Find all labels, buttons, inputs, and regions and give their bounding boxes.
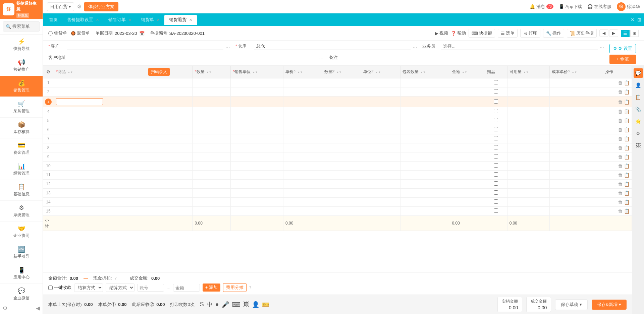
gift-checkbox[interactable] [494,99,498,104]
customer-dots[interactable]: ... [225,43,230,49]
address-input[interactable] [68,54,317,61]
history-button[interactable]: 📜 历史单据 [567,29,597,38]
copy-row-icon[interactable]: 📋 [624,118,630,123]
bank-account-input[interactable] [137,284,164,292]
copy-row-icon[interactable]: 📋 [624,80,630,85]
copy-row-icon[interactable]: 📋 [624,181,630,187]
price-help-icon[interactable]: ? [293,70,296,74]
right-panel-chat[interactable]: 💬 [634,68,643,78]
calendar-icon[interactable]: 📅 [139,31,145,36]
tab-sales-order[interactable]: 销售订单 ✕ [104,15,136,25]
delete-row-icon[interactable]: 🗑 [618,199,623,205]
sidebar-item-finance[interactable]: 💳 资金管理 [0,138,43,159]
equals-icon[interactable]: = [122,276,125,281]
gift-checkbox[interactable] [494,89,498,93]
right-panel-image[interactable]: 🖼 [634,141,643,150]
copy-row-icon[interactable]: 📋 [624,145,630,150]
delete-row-icon[interactable]: 🗑 [618,80,623,85]
tool5-icon[interactable]: 🖼 [243,301,249,308]
one-click-payment-checkbox[interactable]: 一键收款 [48,285,71,291]
warehouse-dots[interactable]: ... [413,43,417,49]
gift-checkbox[interactable] [494,109,498,113]
online-service-area[interactable]: 🎧 在线客服 [587,4,611,10]
copy-row-icon[interactable]: 📋 [624,172,630,178]
tool3-icon[interactable]: 🎤 [222,301,229,308]
copy-row-icon[interactable]: 📋 [624,99,630,105]
tool2-icon[interactable]: ● [215,301,219,308]
sidebar-item-enterprise[interactable]: 🤝 企业协同 [0,222,43,242]
add-row-button[interactable]: + [45,99,52,105]
tool6-icon[interactable]: 👤 [252,301,259,308]
search-menu-button[interactable]: 🔍 搜索菜单 [3,21,40,32]
cost-price-help-icon[interactable]: ? [568,70,570,74]
copy-row-icon[interactable]: 📋 [624,199,630,205]
gear-icon[interactable]: ⚙ [46,69,50,74]
prev-doc-button[interactable]: ◀ [599,29,608,37]
delete-row-icon[interactable]: 🗑 [618,172,623,178]
tool1-icon[interactable]: 中 [207,301,213,309]
fee-help-icon[interactable]: ? [249,286,251,290]
tab-price-settings[interactable]: 售价提取设置 ✕ [62,15,104,25]
scan-button[interactable]: 扫码录入 [148,68,170,76]
sidebar-item-apps[interactable]: 📱 应用中心 [0,263,43,284]
gift-checkbox[interactable] [494,190,498,195]
bank-dots[interactable]: ... [167,285,170,290]
fee-split-button[interactable]: 费用分摊 [223,283,247,292]
industry-select[interactable]: 日用百货 ▾ [47,2,74,11]
delete-row-icon[interactable]: 🗑 [618,181,623,187]
print-button[interactable]: 🖨 打印 [520,29,540,38]
gift-checkbox[interactable] [494,136,498,140]
copy-row-icon[interactable]: 📋 [624,163,630,169]
help-btn[interactable]: ❓ 帮助 [451,30,466,36]
customer-input[interactable] [67,43,223,50]
right-panel-user[interactable]: 👤 [634,80,643,90]
logistics-button[interactable]: + 物流 [609,55,636,64]
delete-row-icon[interactable]: 🗑 [618,136,623,141]
copy-row-icon[interactable]: 📋 [624,109,630,114]
sidebar-item-sales[interactable]: 💰 销售管理 [0,76,43,97]
sidebar-item-marketing[interactable]: 📢 营销推广 [0,55,43,76]
copy-row-icon[interactable]: 📋 [624,136,630,141]
copy-row-icon[interactable]: 📋 [624,154,630,160]
gift-checkbox[interactable] [494,172,498,177]
tool4-icon[interactable]: ⌨ [232,301,240,308]
topbar-settings-icon[interactable]: ⚙ [77,3,82,10]
right-panel-doc[interactable]: 📋 [634,92,643,102]
sale-doc-radio[interactable]: 销货单 [48,30,67,36]
one-click-checkbox-input[interactable] [48,286,53,290]
gift-checkbox[interactable] [494,154,498,159]
sidebar-settings-button[interactable]: ⚙ [3,305,7,311]
app-download-area[interactable]: 📱 App下载 [559,4,582,10]
tool7-icon[interactable]: 🎫 [262,301,269,308]
gift-checkbox[interactable] [494,163,498,168]
close-window-button[interactable]: ✕ [631,17,635,22]
return-radio-input[interactable] [71,31,75,36]
close-tab-sales-return[interactable]: ✕ [189,18,192,22]
sidebar-item-operations[interactable]: 📊 经营管理 [0,159,43,180]
gift-checkbox[interactable] [494,145,498,149]
delete-row-icon[interactable]: 🗑 [618,99,623,105]
sidebar-item-system[interactable]: ⚙ 系统管理 [0,201,43,222]
right-panel-settings[interactable]: ⚙ [634,129,643,138]
operate-button[interactable]: 🔧 操作 [543,29,564,38]
gift-checkbox[interactable] [494,208,498,213]
right-panel-attach[interactable]: 📎 [634,105,643,114]
delete-row-icon[interactable]: 🗑 [618,145,623,150]
delete-row-icon[interactable]: 🗑 [618,190,623,196]
settlement-method-select[interactable]: 结算方式 [74,284,103,292]
sidebar-item-quicknav[interactable]: ⚡ 快捷导航 [0,35,43,55]
sidebar-item-inventory[interactable]: 📦 库存核算 [0,118,43,138]
form-settings-button[interactable]: ⚙ ⚙ 设置 [609,44,636,53]
return-doc-radio[interactable]: 退货单 [71,30,90,36]
copy-row-icon[interactable]: 📋 [624,89,630,95]
sale-radio-input[interactable] [48,31,53,36]
gift-checkbox[interactable] [494,181,498,186]
list-view-button[interactable]: ☰ [621,30,630,37]
calc-method-select[interactable]: 结算方式 [106,284,135,292]
select-doc-button[interactable]: ☰ 选单 [498,29,518,38]
sidebar-item-basics[interactable]: 📋 基础信息 [0,180,43,201]
delete-row-icon[interactable]: 🗑 [618,127,623,132]
user-area[interactable]: 徐 徐泽华 [617,2,640,11]
delete-row-icon[interactable]: 🗑 [618,208,623,214]
add-fee-button[interactable]: + 添加 [203,284,220,292]
